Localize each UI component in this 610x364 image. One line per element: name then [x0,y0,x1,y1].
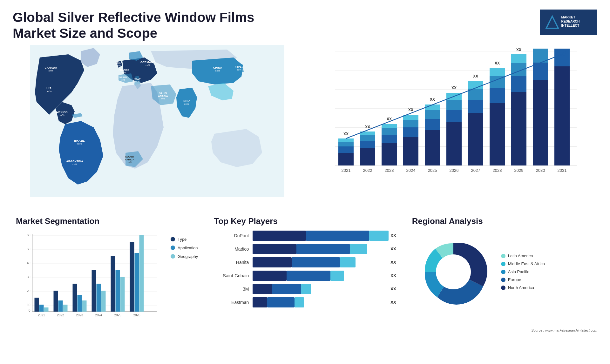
player-bars-3 [253,271,389,281]
map-container: CANADA xx% U.S. xx% MEXICO xx% BRAZIL xx… [13,45,302,197]
player-bars-5 [253,297,389,307]
svg-rect-136 [82,300,87,312]
player-bars-1 [253,244,389,254]
player-val-1: XX [390,246,396,251]
player-val-0: XX [390,233,396,238]
logo-icon: MARKET RESEARCH INTELLECT [543,11,594,33]
svg-text:10: 10 [27,303,30,307]
player-name-1: Madico [214,246,249,252]
svg-text:XX: XX [516,48,521,52]
svg-text:XX: XX [343,132,349,136]
svg-rect-130 [54,291,58,312]
legend-type-label: Type [178,237,186,242]
player-bar-segment-3-1 [287,271,330,281]
logo-box: MARKET RESEARCH INTELLECT [540,10,597,35]
player-bar-segment-4-2 [301,284,311,294]
main-content: CANADA xx% U.S. xx% MEXICO xx% BRAZIL xx… [0,45,610,327]
svg-text:CHINA: CHINA [213,66,222,69]
legend-type-dot [171,237,175,241]
donut-chart-svg [412,231,495,313]
svg-text:2024: 2024 [406,168,416,173]
svg-rect-71 [425,110,440,119]
player-bar-segment-5-0 [253,297,267,307]
svg-text:xx%: xx% [135,80,139,83]
svg-rect-48 [338,138,354,142]
svg-rect-63 [403,137,418,165]
svg-rect-138 [92,270,96,312]
svg-text:INTELLECT: INTELLECT [561,24,580,27]
svg-rect-57 [382,143,397,165]
player-row-1: MadicoXX [214,244,396,254]
svg-rect-139 [97,284,101,312]
players-section: Top Key Players DuPontXXMadicoXXHanitaXX… [211,213,399,324]
growth-chart-svg: XX 2021 XX 2022 XX 2023 [321,48,591,181]
svg-rect-134 [73,284,77,312]
svg-text:xx%: xx% [77,142,82,145]
svg-text:XX: XX [495,61,500,65]
svg-text:MARKET: MARKET [561,16,575,19]
svg-text:xx%: xx% [215,69,220,72]
svg-rect-126 [35,298,39,312]
player-name-3: Saint-Gobain [214,273,249,278]
player-bar-segment-5-1 [267,297,295,307]
svg-text:60: 60 [27,233,30,237]
svg-rect-93 [511,92,526,165]
svg-rect-46 [338,146,354,153]
svg-rect-77 [446,100,462,110]
svg-text:AFRICA: AFRICA [125,158,134,161]
svg-text:XX: XX [430,97,435,102]
player-name-2: Hanita [214,260,249,265]
svg-text:2029: 2029 [514,168,524,173]
player-bar-segment-4-1 [272,284,301,294]
player-bars-4 [253,284,389,294]
legend-geography-dot [171,254,175,259]
player-bar-segment-3-0 [253,271,287,281]
growth-chart-outer: XX 2021 XX 2022 XX 2023 [315,48,591,200]
svg-rect-59 [382,128,397,135]
seg-legend: Type Application Geography [171,231,198,259]
player-row-0: DuPontXX [214,231,396,241]
svg-text:2021: 2021 [342,168,351,173]
seg-chart-svg: 60 50 40 30 20 10 0 [16,231,164,320]
svg-rect-65 [403,120,418,127]
svg-text:2026: 2026 [133,313,140,317]
svg-rect-131 [58,300,63,312]
svg-rect-53 [360,135,375,141]
regional-legend-dot-2 [501,270,505,274]
svg-text:FRANCE: FRANCE [119,69,129,71]
bottom-area: Market Segmentation 60 50 40 30 20 10 0 [13,210,597,327]
svg-rect-135 [78,295,82,312]
svg-text:U.K.: U.K. [116,62,121,64]
svg-rect-128 [44,307,49,312]
svg-rect-132 [63,305,68,312]
growth-chart-section: XX 2021 XX 2022 XX 2023 [308,45,597,204]
svg-text:2023: 2023 [385,168,394,173]
page-title: Global Silver Reflective Window Films Ma… [13,10,299,42]
regional-legend-label-4: North America [508,285,534,290]
legend-application: Application [171,246,198,250]
regional-legend-dot-3 [501,278,505,282]
map-section: CANADA xx% U.S. xx% MEXICO xx% BRAZIL xx… [13,45,302,204]
svg-text:xx%: xx% [48,69,53,72]
svg-rect-51 [360,148,375,165]
svg-rect-69 [425,130,440,165]
segmentation-section: Market Segmentation 60 50 40 30 20 10 0 [13,213,201,324]
player-bar-segment-0-0 [253,231,306,241]
svg-text:xx%: xx% [121,79,125,81]
svg-text:2025: 2025 [428,168,437,173]
svg-text:SAUDI: SAUDI [159,92,167,95]
svg-rect-64 [403,127,418,137]
svg-rect-144 [120,277,125,312]
svg-text:JAPAN: JAPAN [235,66,244,69]
svg-text:GERMANY: GERMANY [140,61,155,64]
svg-text:2024: 2024 [95,313,102,317]
regional-legend-dot-4 [501,286,505,290]
player-bar-segment-0-1 [306,231,369,241]
svg-text:2022: 2022 [57,313,64,317]
player-bar-segment-1-2 [350,244,367,254]
svg-text:SPAIN: SPAIN [119,76,127,79]
svg-text:20: 20 [27,289,30,293]
svg-text:CANADA: CANADA [45,66,57,69]
svg-text:2027: 2027 [471,168,480,173]
regional-legend-dot-1 [501,262,505,266]
